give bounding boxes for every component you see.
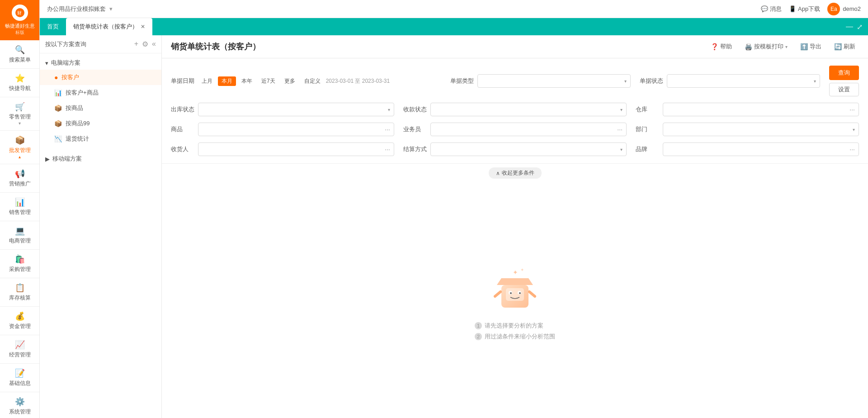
- filter-group-receipt-status: 收款状态 ▾: [403, 103, 627, 116]
- print-dropdown-icon: ▾: [785, 44, 788, 49]
- tab-home[interactable]: 首页: [40, 18, 66, 35]
- panel-group-mobile[interactable]: ▶ 移动端方案: [40, 152, 161, 166]
- user-area[interactable]: Ea demo2: [827, 3, 861, 15]
- collapse-button[interactable]: ∧ 收起更多条件: [489, 167, 542, 179]
- sidebar-item-quick[interactable]: ⭐ 快捷导航: [0, 69, 39, 97]
- action-col: 查询 设置: [829, 66, 859, 96]
- main-wrapper: 办公用品行业模拟账套 ▾ 💬 消息 📱 App下载 Ea demo2 首页 销货…: [40, 0, 868, 418]
- print-btn[interactable]: 🖨️ 按模板打印 ▾: [741, 41, 791, 52]
- sidebar-item-finance[interactable]: 💰 资金管理: [0, 307, 39, 335]
- sidebar-item-label: 营销推广: [9, 180, 31, 188]
- salesperson-label: 业务员: [403, 125, 427, 133]
- order-status-input[interactable]: ▾: [667, 74, 820, 88]
- sidebar-item-wholesale[interactable]: 📦 批发管理 ▴: [0, 131, 39, 164]
- sidebar-item-sales[interactable]: 📊 销售管理: [0, 193, 39, 221]
- salesperson-dots: ···: [617, 126, 623, 133]
- date-btn-last-7[interactable]: 近7天: [258, 76, 279, 86]
- sidebar-item-label: 采购管理: [9, 266, 31, 273]
- panel-collapse-btn[interactable]: «: [152, 40, 156, 48]
- panel-add-btn[interactable]: +: [134, 40, 138, 48]
- sidebar-item-label: 零售管理: [9, 113, 31, 121]
- sidebar-item-inventory[interactable]: 📋 库存核算: [0, 278, 39, 307]
- tab-sales-stats-label: 销货单统计表（按客户）: [73, 23, 138, 31]
- arrow-down-icon: ▾: [45, 60, 48, 66]
- salesperson-input[interactable]: ···: [430, 123, 627, 136]
- message-btn[interactable]: 💬 消息: [761, 5, 782, 13]
- date-btn-custom[interactable]: 自定义: [301, 76, 324, 86]
- panel-item-return-stats[interactable]: 📉 退货统计: [40, 131, 161, 147]
- empty-tip-1: 1 请先选择要分析的方案: [475, 322, 555, 330]
- svg-line-12: [529, 292, 535, 296]
- finance-icon: 💰: [15, 311, 25, 321]
- settings-button[interactable]: 设置: [829, 83, 859, 96]
- date-btn-more[interactable]: 更多: [281, 76, 299, 86]
- inventory-icon: 📋: [15, 283, 25, 293]
- filter-row-2: 出库状态 ▾ 收款状态 ▾ 仓库: [171, 103, 859, 116]
- order-type-input[interactable]: ▾: [477, 74, 631, 88]
- logo-name: 畅捷通好生意: [5, 23, 35, 29]
- collapse-label: 收起更多条件: [502, 169, 534, 177]
- return-icon: 📉: [54, 135, 62, 142]
- payment-arrow: ▾: [620, 147, 623, 152]
- filter-row-3: 商品 ··· 业务员 ··· 部门: [171, 123, 859, 136]
- warehouse-input[interactable]: ···: [663, 103, 859, 116]
- date-btn-this-month[interactable]: 本月: [218, 76, 236, 86]
- goods-input[interactable]: ···: [198, 123, 394, 136]
- tab-close-icon[interactable]: ✕: [141, 24, 145, 30]
- print-icon: 🖨️: [745, 43, 752, 50]
- app-download-label: App下载: [798, 5, 820, 13]
- tab-maximize-btn[interactable]: ⤢: [857, 23, 863, 31]
- dropdown-icon[interactable]: ▾: [109, 5, 113, 12]
- sidebar-item-ecommerce[interactable]: 💻 电商管理: [0, 221, 39, 250]
- marketing-icon: 📢: [15, 169, 25, 179]
- sidebar-item-system[interactable]: ⚙️ 系统管理: [0, 392, 39, 418]
- tab-minimize-btn[interactable]: —: [846, 23, 853, 31]
- filter-group-out-status: 出库状态 ▾: [171, 103, 394, 116]
- brand-input[interactable]: ···: [663, 142, 859, 156]
- industry-label: 办公用品行业模拟账套: [47, 5, 106, 13]
- panel-item-by-goods[interactable]: 📦 按商品: [40, 100, 161, 116]
- header-right: 💬 消息 📱 App下载 Ea demo2: [761, 3, 861, 15]
- out-status-input[interactable]: ▾: [198, 103, 394, 116]
- sidebar-item-label: 销售管理: [9, 209, 31, 216]
- receipt-status-input[interactable]: ▾: [430, 103, 627, 116]
- goods-99-icon: 📦: [54, 120, 62, 127]
- panel-item-customer-goods[interactable]: 📊 按客户+商品: [40, 85, 161, 100]
- purchase-icon: 🛍️: [15, 254, 25, 264]
- empty-tip-2-text: 用过滤条件来缩小分析范围: [485, 332, 555, 341]
- export-btn[interactable]: ⬆️ 导出: [797, 41, 825, 52]
- tab-sales-stats[interactable]: 销货单统计表（按客户） ✕: [66, 18, 152, 35]
- refresh-icon: 🔄: [834, 43, 842, 50]
- date-btn-this-year[interactable]: 本年: [238, 76, 256, 86]
- department-input[interactable]: ▾: [663, 123, 859, 136]
- panel-item-by-customer[interactable]: ● 按客户: [40, 70, 161, 85]
- query-button[interactable]: 查询: [829, 66, 859, 80]
- sidebar-item-search[interactable]: 🔍 搜索菜单: [0, 40, 39, 69]
- panel-item-by-goods-99[interactable]: 📦 按商品99: [40, 116, 161, 131]
- svg-text:✦: ✦: [520, 267, 524, 272]
- export-icon: ⬆️: [800, 43, 808, 50]
- sidebar-item-basic[interactable]: 📝 基础信息: [0, 364, 39, 392]
- help-btn[interactable]: ❓ 帮助: [707, 41, 736, 52]
- left-panel-header: 按以下方案查询 + ⚙ «: [40, 35, 161, 53]
- receipt-status-arrow: ▾: [620, 107, 623, 112]
- department-arrow: ▾: [853, 127, 855, 132]
- refresh-btn[interactable]: 🔄 刷新: [830, 41, 859, 52]
- panel-item-customer-goods-label: 按客户+商品: [66, 89, 99, 97]
- panel-item-return-stats-label: 退货统计: [66, 135, 89, 143]
- payment-input[interactable]: ▾: [430, 142, 627, 156]
- panel-settings-btn[interactable]: ⚙: [142, 40, 148, 48]
- sidebar-item-label: 经营管理: [9, 351, 31, 359]
- sidebar-item-operation[interactable]: 📈 经营管理: [0, 335, 39, 364]
- filter-group-order-status: 单据状态 ▾: [640, 74, 820, 88]
- receiver-input[interactable]: ···: [198, 142, 394, 156]
- panel-group-desktop[interactable]: ▾ 电脑端方案: [40, 56, 161, 70]
- left-panel: 按以下方案查询 + ⚙ « ▾ 电脑端方案 ● 按客户 📊 按客: [40, 35, 162, 418]
- sidebar-item-label: 库存核算: [9, 294, 31, 302]
- sidebar-item-purchase[interactable]: 🛍️ 采购管理: [0, 250, 39, 278]
- date-btn-last-month[interactable]: 上月: [198, 76, 216, 86]
- sidebar-item-marketing[interactable]: 📢 营销推广: [0, 164, 39, 193]
- sidebar-item-retail[interactable]: 🛒 零售管理 ▾: [0, 97, 39, 131]
- app-download-btn[interactable]: 📱 App下载: [789, 5, 820, 13]
- page-header: 销货单统计表（按客户） ❓ 帮助 🖨️ 按模板打印 ▾ ⬆️ 导出: [162, 35, 868, 58]
